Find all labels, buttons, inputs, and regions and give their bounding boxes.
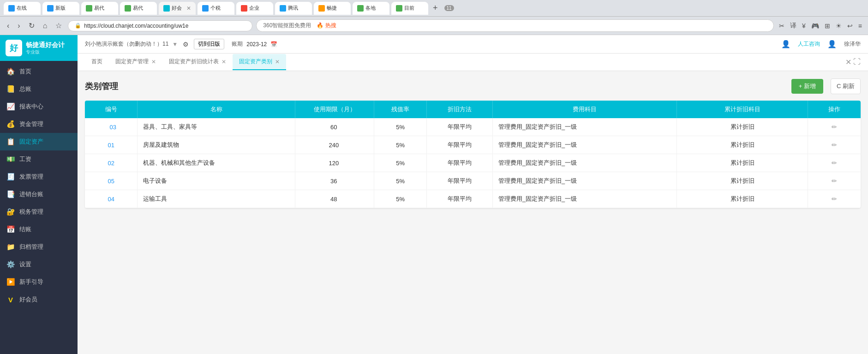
forward-button[interactable]: › — [15, 21, 22, 31]
sidebar-item-reports[interactable]: 📈 报表中心 — [0, 98, 78, 115]
cut-icon[interactable]: ✂ — [778, 21, 786, 31]
row2-edit[interactable]: ✏ — [808, 154, 861, 172]
close-period-icon: 📅 — [6, 225, 15, 234]
home-button[interactable]: ⌂ — [41, 21, 50, 31]
sidebar-item-member[interactable]: V 好会员 — [0, 291, 78, 308]
url-bar[interactable]: 🔒 https://cloud.chanjet.com/accounting/u… — [68, 20, 252, 31]
purchases-icon: 📑 — [6, 190, 15, 198]
sidebar-item-salary[interactable]: 💵 工资 — [0, 150, 78, 168]
sidebar-item-fixed-assets[interactable]: 📋 固定资产 — [0, 133, 78, 150]
browser-tab-8[interactable]: 畅捷 — [314, 2, 351, 15]
sidebar-item-archive[interactable]: 📁 归档管理 — [0, 238, 78, 256]
calendar-icon[interactable]: 📅 — [270, 41, 277, 48]
col-code: 编号 — [85, 101, 138, 118]
row3-accumulated: 累计折旧 — [676, 172, 808, 190]
back-button[interactable]: ‹ — [5, 21, 12, 31]
reload-button[interactable]: ↻ — [26, 20, 37, 31]
settings-gear-icon[interactable]: ⚙ — [181, 39, 190, 49]
tab-icon-4 — [163, 5, 170, 12]
sidebar-item-tax[interactable]: 🔐 税务管理 — [0, 203, 78, 221]
tab-fixed-asset-mgmt-label: 固定资产管理 — [115, 58, 149, 66]
address-bar: ‹ › ↻ ⌂ ☆ 🔒 https://cloud.chanjet.com/ac… — [0, 17, 868, 35]
sidebar-item-funds[interactable]: 💰 资金管理 — [0, 115, 78, 133]
sidebar-item-ledger[interactable]: 📒 总账 — [0, 80, 78, 98]
search-bar[interactable]: 360智能抠图免费用 🔥 热搜 — [256, 19, 774, 32]
row0-edit[interactable]: ✏ — [808, 118, 861, 136]
row4-months: 48 — [295, 190, 374, 208]
service-label[interactable]: 人工咨询 — [798, 40, 820, 48]
browser-tab-7[interactable]: 腾讯 — [275, 2, 312, 15]
browser-tab-2[interactable]: 易代 — [81, 2, 118, 15]
tab-close-4[interactable]: ✕ — [186, 5, 191, 12]
tab-icon-3 — [125, 5, 131, 12]
edit-icon-2[interactable]: ✏ — [832, 159, 837, 167]
row2-method: 年限平均 — [427, 154, 492, 172]
tab-label-6: 企业 — [249, 5, 259, 12]
browser-tab-0[interactable]: 在线 — [4, 2, 41, 15]
browser-tab-9[interactable]: 各地 — [353, 2, 389, 15]
edit-icon-0[interactable]: ✏ — [832, 123, 837, 131]
tab-icon-2 — [86, 5, 92, 12]
sidebar-item-label-tax: 税务管理 — [19, 208, 43, 216]
game-icon[interactable]: 🎮 — [810, 21, 820, 31]
add-button[interactable]: + 新增 — [791, 79, 823, 94]
sidebar-item-settings[interactable]: ⚙️ 设置 — [0, 256, 78, 273]
edit-icon-4[interactable]: ✏ — [832, 195, 837, 203]
col-months: 使用期限（月） — [295, 101, 374, 118]
grid-icon[interactable]: ⊞ — [823, 21, 832, 31]
bookmark-button[interactable]: ☆ — [53, 20, 64, 31]
tab-home[interactable]: 首页 — [85, 54, 109, 70]
switch-version-button[interactable]: 切到旧版 — [194, 39, 224, 49]
user-avatar: 👤 — [827, 40, 837, 48]
browser-tab-4[interactable]: 好会 ✕ — [159, 2, 196, 15]
browser-tab-10[interactable]: 目前 — [391, 2, 428, 15]
close-tab-3[interactable]: ✕ — [275, 59, 280, 65]
tab-depreciation-table[interactable]: 固定资产折旧统计表 ✕ — [162, 54, 233, 70]
row0-rate: 5% — [374, 118, 427, 136]
undo-icon[interactable]: ↩ — [846, 21, 854, 31]
sidebar-item-purchases[interactable]: 📑 进销台账 — [0, 186, 78, 203]
menu-icon[interactable]: ≡ — [857, 21, 863, 31]
coin-icon[interactable]: ¥ — [801, 21, 807, 31]
browser-tab-bar: 在线 新版 易代 易代 好会 ✕ 个税 企业 腾讯 畅捷 各地 目前 + 11 — [0, 0, 868, 17]
browser-tab-5[interactable]: 个税 — [198, 2, 234, 15]
row2-rate: 5% — [374, 154, 427, 172]
expand-icon[interactable]: ⛶ — [853, 58, 861, 66]
table-row: 05 电子设备 36 5% 年限平均 管理费用_固定资产折旧_一级 累计折旧 ✏ — [85, 172, 861, 190]
row1-edit[interactable]: ✏ — [808, 136, 861, 154]
row3-name: 电子设备 — [138, 172, 295, 190]
row0-months: 60 — [295, 118, 374, 136]
new-tab-button[interactable]: + — [430, 3, 441, 13]
close-tab-1[interactable]: ✕ — [151, 59, 156, 65]
ssl-icon: 🔒 — [75, 23, 81, 29]
row3-rate: 5% — [374, 172, 427, 190]
browser-tab-1[interactable]: 新版 — [42, 2, 79, 15]
col-expense: 费用科目 — [492, 101, 676, 118]
brightness-icon[interactable]: ☀ — [834, 21, 843, 31]
close-tab-2[interactable]: ✕ — [221, 59, 226, 65]
refresh-button[interactable]: C 刷新 — [831, 78, 861, 94]
tab-icon-10 — [396, 5, 402, 12]
tab-label-5: 个税 — [210, 5, 221, 12]
browser-tab-6[interactable]: 企业 — [236, 2, 273, 15]
edit-icon-1[interactable]: ✏ — [832, 141, 837, 149]
edit-icon-3[interactable]: ✏ — [832, 177, 837, 185]
row3-edit[interactable]: ✏ — [808, 172, 861, 190]
browser-tab-3[interactable]: 易代 — [120, 2, 157, 15]
tab-label-7: 腾讯 — [288, 5, 298, 12]
sidebar-item-home[interactable]: 🏠 首页 — [0, 63, 78, 80]
sidebar-item-guide[interactable]: ▶️ 新手引导 — [0, 273, 78, 291]
tab-label-0: 在线 — [17, 5, 27, 12]
tab-label-3: 易代 — [133, 5, 143, 12]
tab-label-2: 易代 — [94, 5, 104, 12]
table-row: 03 器具、工具、家具等 60 5% 年限平均 管理费用_固定资产折旧_一级 累… — [85, 118, 861, 136]
translate-icon[interactable]: 译 — [789, 20, 798, 31]
collapse-icon[interactable]: ✕ — [845, 58, 851, 66]
sidebar-item-close-period[interactable]: 📅 结账 — [0, 221, 78, 238]
row4-edit[interactable]: ✏ — [808, 190, 861, 208]
sidebar-item-invoice[interactable]: 🧾 发票管理 — [0, 168, 78, 186]
tab-fixed-asset-mgmt[interactable]: 固定资产管理 ✕ — [109, 54, 162, 70]
app-header: 刘小艳演示账套（勿删勿动！）11 ▼ ⚙ 切到旧版 账期 2023-12 📅 👤… — [78, 35, 868, 54]
period-value: 2023-12 — [246, 41, 267, 48]
tab-asset-category[interactable]: 固定资产类别 ✕ — [233, 54, 286, 70]
